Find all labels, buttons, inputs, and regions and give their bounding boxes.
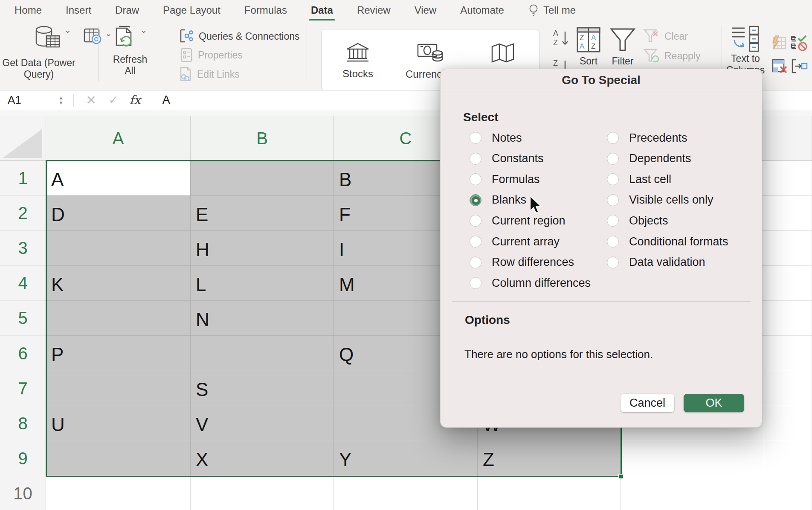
properties-button[interactable]: Properties (180, 48, 243, 62)
cell-A8[interactable]: U (46, 406, 191, 441)
row-header-5[interactable]: 5 (0, 301, 46, 336)
cell-F7[interactable] (764, 371, 812, 406)
confirm-entry-icon[interactable]: ✓ (108, 93, 118, 107)
cell-F6[interactable] (764, 336, 812, 371)
row-header-6[interactable]: 6 (0, 336, 46, 371)
cell-C10[interactable] (334, 476, 478, 510)
row-header-7[interactable]: 7 (0, 371, 46, 406)
cancel-button[interactable]: Cancel (621, 394, 674, 412)
column-header-A[interactable]: A (46, 116, 191, 161)
cell-F10[interactable] (764, 476, 812, 510)
cell-F1[interactable] (764, 161, 812, 196)
reapply-filter-button[interactable]: Reapply (643, 48, 700, 64)
tell-me-button[interactable]: Tell me (528, 4, 576, 17)
row-header-1[interactable]: 1 (0, 161, 46, 196)
ribbon-tab-automate[interactable]: Automate (460, 4, 504, 16)
ribbon-tab-draw[interactable]: Draw (115, 4, 139, 16)
consolidate-button[interactable] (790, 58, 808, 74)
edit-links-button[interactable]: Edit Links (179, 67, 240, 82)
cell-A9[interactable] (46, 441, 191, 476)
row-header-8[interactable]: 8 (0, 406, 46, 441)
radio-constants[interactable]: Constants (470, 149, 544, 169)
cell-C9[interactable]: Y (334, 441, 478, 476)
row-header-3[interactable]: 3 (0, 231, 46, 266)
filter-button[interactable]: Filter (608, 26, 637, 67)
sort-ascending-button[interactable]: A Z (552, 28, 574, 50)
ribbon-tab-review[interactable]: Review (357, 4, 391, 16)
get-data-button[interactable]: ⌄ Get Data (Power Query) (20, 25, 84, 80)
cell-F4[interactable] (764, 266, 812, 301)
cell-F3[interactable] (764, 231, 812, 266)
cell-B9[interactable]: X (191, 441, 334, 476)
row-header-9[interactable]: 9 (0, 441, 46, 476)
selection-fill-handle[interactable] (618, 474, 624, 479)
radio-conditional-formats[interactable]: Conditional formats (607, 231, 728, 252)
cell-B1[interactable] (191, 161, 334, 196)
radio-visible-cells-only[interactable]: Visible cells only (607, 190, 713, 210)
radio-dependents[interactable]: Dependents (607, 149, 691, 169)
ribbon-tab-page-layout[interactable]: Page Layout (163, 4, 220, 16)
ok-button[interactable]: OK (684, 394, 744, 412)
cell-B2[interactable]: E (191, 196, 334, 231)
radio-formulas[interactable]: Formulas (470, 169, 540, 189)
text-to-columns-button[interactable]: Text to Columns (725, 25, 766, 76)
ribbon-tab-insert[interactable]: Insert (66, 4, 91, 16)
cell-A5[interactable] (46, 301, 191, 336)
cell-A10[interactable] (46, 476, 191, 510)
row-header-2[interactable]: 2 (0, 196, 46, 231)
select-all-corner[interactable] (0, 116, 46, 161)
radio-current-array[interactable]: Current array (470, 231, 560, 252)
cell-F9[interactable] (764, 441, 812, 476)
cancel-entry-icon[interactable]: ✕ (86, 93, 96, 108)
cell-F2[interactable] (764, 196, 812, 231)
name-box[interactable]: A1 (0, 90, 55, 110)
radio-row-differences[interactable]: Row differences (470, 252, 574, 273)
radio-objects[interactable]: Objects (607, 210, 668, 231)
stocks-button[interactable]: Stocks (326, 42, 390, 79)
queries-connections-button[interactable]: Queries & Connections (179, 29, 300, 44)
insert-function-icon[interactable]: fx (130, 93, 141, 107)
ribbon-tab-data[interactable]: Data (311, 4, 333, 16)
radio-column-differences[interactable]: Column differences (470, 273, 591, 293)
cell-B4[interactable]: L (191, 266, 334, 301)
cell-B3[interactable]: H (191, 231, 334, 266)
data-validation-button[interactable] (790, 35, 808, 51)
flash-fill-button[interactable] (770, 35, 786, 50)
cell-E10[interactable] (621, 476, 764, 510)
radio-precedents[interactable]: Precedents (607, 128, 687, 148)
clear-filter-button[interactable]: Clear (643, 28, 688, 44)
sort-button[interactable]: Z A A Z Sort (575, 26, 602, 67)
cell-B6[interactable] (191, 336, 334, 371)
ribbon-tab-formulas[interactable]: Formulas (244, 4, 287, 16)
cell-E9[interactable] (621, 441, 764, 476)
radio-last-cell[interactable]: Last cell (607, 169, 671, 189)
cell-B5[interactable]: N (191, 301, 334, 336)
cell-A2[interactable]: D (46, 196, 191, 231)
radio-blanks[interactable]: Blanks (470, 190, 526, 210)
name-box-stepper[interactable]: ▲ ▼ (55, 96, 67, 105)
cell-A1[interactable]: A (46, 161, 191, 196)
row-header-10[interactable]: 10 (0, 476, 46, 510)
cell-D10[interactable] (478, 476, 621, 510)
ribbon-tab-view[interactable]: View (415, 4, 437, 16)
radio-data-validation[interactable]: Data validation (607, 252, 705, 273)
formula-input[interactable]: A (162, 93, 170, 107)
radio-notes[interactable]: Notes (470, 128, 522, 148)
cell-B10[interactable] (191, 476, 334, 510)
ribbon-tab-home[interactable]: Home (14, 4, 42, 16)
cell-A7[interactable] (46, 371, 191, 406)
cell-A3[interactable] (46, 231, 191, 266)
cell-B8[interactable]: V (191, 406, 334, 441)
remove-duplicates-button[interactable] (771, 58, 788, 74)
column-header-B[interactable]: B (191, 116, 334, 161)
cell-A4[interactable]: K (46, 266, 191, 301)
cell-F5[interactable] (764, 301, 812, 336)
cell-B7[interactable]: S (191, 371, 334, 406)
refresh-all-button[interactable]: ⌄ Refresh All (107, 25, 154, 77)
cell-D9[interactable]: Z (478, 441, 621, 476)
radio-current-region[interactable]: Current region (470, 210, 566, 231)
cell-F8[interactable] (764, 406, 812, 441)
column-header-F[interactable] (764, 116, 812, 161)
row-header-4[interactable]: 4 (0, 266, 46, 301)
cell-A6[interactable]: P (46, 336, 191, 371)
